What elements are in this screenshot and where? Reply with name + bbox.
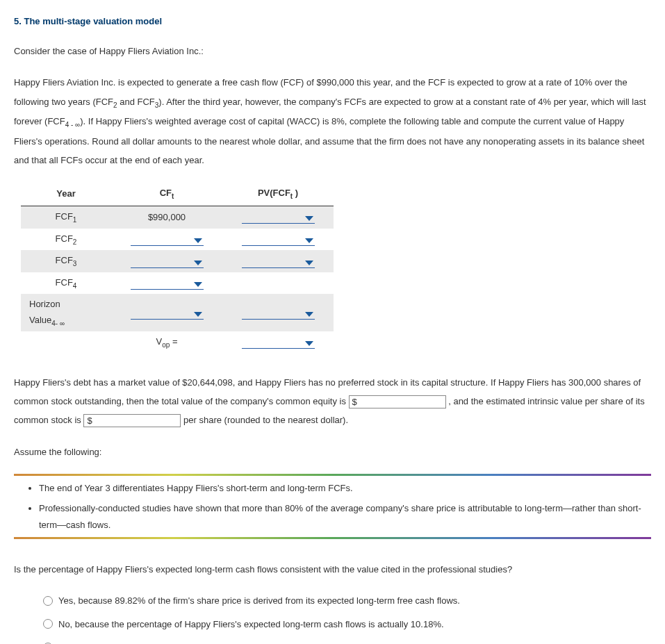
row3-year: FCF3 — [21, 250, 111, 272]
vop-eq: = — [170, 336, 177, 347]
row4-year: FCF4 — [21, 272, 111, 295]
row2-year: FCF2 — [21, 229, 111, 251]
vop-text: V — [156, 336, 162, 347]
th-cf: CFt — [111, 182, 222, 206]
assumption-list: The end of Year 3 differentiates Happy F… — [22, 480, 651, 533]
intro-text-b: and FCF — [117, 97, 155, 107]
row5-year: Horizon Value4- ∞ — [21, 294, 111, 331]
common-equity-input[interactable]: $ — [349, 395, 446, 408]
r5-sub: 4- ∞ — [51, 319, 65, 327]
intro-paragraph: Happy Fliers Aviation Inc. is expected t… — [14, 73, 651, 170]
option-2-label: No, because the percentage of Happy Flie… — [58, 615, 444, 634]
row2-pv-dropdown[interactable] — [242, 233, 315, 246]
option-2[interactable]: No, because the percentage of Happy Flie… — [43, 615, 651, 634]
vop-label: Vop = — [111, 331, 222, 354]
intro-line-1: Consider the case of Happy Fliers Aviati… — [14, 42, 651, 60]
assume-label: Assume the following: — [14, 443, 651, 461]
row2-cf-dropdown[interactable] — [131, 233, 204, 246]
row1-year: FCF1 — [21, 206, 111, 229]
p2-text-c: per share (rounded to the nearest dollar… — [181, 415, 348, 425]
r2-sub: 2 — [73, 238, 77, 245]
th-pv: PV(FCFt ) — [222, 182, 334, 206]
radio-icon[interactable] — [43, 619, 53, 629]
equity-paragraph: Happy Fliers's debt has a market value o… — [14, 373, 651, 430]
radio-icon[interactable] — [43, 596, 53, 606]
r4-year-text: FCF — [56, 277, 73, 288]
vop-dropdown[interactable] — [242, 336, 315, 349]
vop-sub: op — [162, 341, 170, 349]
th-cf-text: CF — [160, 188, 172, 198]
bullet-2: Professionally-conducted studies have sh… — [39, 500, 651, 533]
option-1-label: Yes, because 89.82% of the firm's share … — [58, 591, 460, 610]
intrinsic-value-input[interactable]: $ — [83, 414, 181, 427]
row1-pv-dropdown[interactable] — [242, 211, 315, 224]
option-3-label: No, because only 35.63% of the firm's sh… — [58, 638, 476, 644]
th-cf-sub: t — [172, 192, 174, 200]
row5-pv-dropdown[interactable] — [242, 307, 315, 320]
option-3[interactable]: No, because only 35.63% of the firm's sh… — [43, 638, 651, 644]
sub-4inf: 4 - ∞ — [65, 121, 81, 129]
r1-sub: 1 — [73, 216, 77, 224]
option-1[interactable]: Yes, because 89.82% of the firm's share … — [43, 591, 651, 610]
bullet-1: The end of Year 3 differentiates Happy F… — [39, 480, 651, 496]
intro-text-d: ). If Happy Fliers's weighted average co… — [14, 116, 644, 165]
th-pv-text: PV(FCF — [258, 188, 290, 198]
r2-year-text: FCF — [56, 233, 73, 244]
row4-cf-dropdown[interactable] — [131, 277, 204, 290]
assume-block: The end of Year 3 differentiates Happy F… — [14, 474, 651, 539]
row3-cf-dropdown[interactable] — [131, 256, 204, 268]
divider-bottom — [14, 537, 651, 539]
r4-sub: 4 — [73, 281, 77, 289]
row5-cf-dropdown[interactable] — [131, 307, 204, 320]
row1-cf: $990,000 — [111, 206, 222, 229]
divider-top — [14, 474, 651, 476]
fcf-table: Year CFt PV(FCFt ) FCF1 $990,000 FCF2 FC… — [21, 182, 334, 353]
r3-sub: 3 — [73, 260, 77, 267]
question-text: Is the percentage of Happy Fliers's expe… — [14, 560, 651, 579]
th-year: Year — [21, 182, 111, 206]
r1-year-text: FCF — [56, 211, 73, 222]
th-pv-close: ) — [293, 188, 298, 198]
row3-pv-dropdown[interactable] — [242, 256, 315, 268]
r3-year-text: FCF — [56, 255, 73, 265]
section-heading: 5. The multi-stage valuation model — [14, 14, 651, 29]
